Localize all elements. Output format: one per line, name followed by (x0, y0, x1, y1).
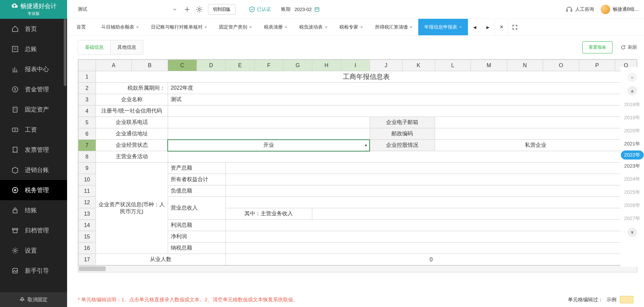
close-icon[interactable]: × (360, 25, 363, 30)
tab-home[interactable]: 首页 (67, 19, 95, 35)
sidebar-item-tax[interactable]: 税务管理 (0, 180, 67, 200)
org-dropdown[interactable]: 测试 (74, 3, 181, 15)
subtab-other[interactable]: 其他信息 (110, 40, 143, 54)
cell-label[interactable]: 纳税总额 (168, 243, 225, 254)
tab-aux-balance[interactable]: 斗目辅助余额表× (95, 19, 145, 35)
close-icon[interactable]: × (285, 25, 287, 30)
cell-value[interactable]: 测试 (168, 94, 637, 105)
year-item[interactable]: 2019年 (621, 111, 644, 124)
cell-value[interactable] (168, 128, 370, 140)
cell-group-label[interactable]: 企业资产状况信息(币种：人民币万元) (96, 163, 168, 254)
close-icon[interactable]: × (325, 25, 327, 30)
year-next[interactable]: ▼ (628, 228, 637, 237)
cell-value[interactable] (225, 174, 637, 185)
user-name[interactable]: 畅捷通B组... (613, 6, 639, 12)
tab-tax-list[interactable]: 税表清册× (258, 19, 293, 35)
row-header[interactable]: 6 (78, 128, 96, 140)
cell-label[interactable]: 营业总收入 (168, 197, 225, 220)
corner-cell[interactable] (78, 60, 96, 71)
cell-label[interactable]: 企业名称 (96, 94, 168, 105)
sidebar-scrollbar[interactable] (64, 19, 66, 86)
col-header[interactable]: M (471, 60, 507, 71)
reset-button[interactable]: 重置报表 (582, 41, 612, 53)
unpin-button[interactable]: 取消固定 (0, 292, 67, 307)
tab-asset-category[interactable]: 固定资产类别× (213, 19, 258, 35)
sidebar-item-archive[interactable]: 归档管理 (0, 220, 67, 240)
cell-value[interactable] (312, 208, 637, 220)
tab-bank-recon[interactable]: 日记账与银行对账单核对× (145, 19, 213, 35)
row-header[interactable]: 10 (78, 174, 96, 185)
cell-value[interactable] (225, 243, 637, 254)
cell-label[interactable]: 企业电子邮箱 (370, 117, 435, 128)
row-header[interactable]: 15 (78, 231, 96, 243)
cell-value[interactable]: 0 (225, 254, 637, 265)
col-header[interactable]: O (543, 60, 579, 71)
row-header[interactable]: 7 (78, 140, 96, 151)
close-icon[interactable]: × (249, 25, 252, 30)
row-header[interactable]: 5 (78, 117, 96, 128)
sidebar-item-settings[interactable]: 设置 (0, 240, 67, 261)
settings-icon[interactable] (193, 3, 205, 15)
col-header[interactable]: A (96, 60, 132, 71)
cell-label[interactable]: 从业人数 (96, 254, 225, 265)
col-header[interactable]: F (254, 60, 283, 71)
col-header[interactable]: G (283, 60, 312, 71)
close-icon[interactable]: × (205, 25, 207, 30)
cell-value[interactable] (225, 220, 637, 231)
close-icon[interactable]: × (410, 25, 413, 30)
cell-label[interactable]: 注册号/统一社会信用代码 (96, 105, 168, 117)
row-header[interactable]: 9 (78, 163, 96, 174)
tabs-prev[interactable]: ◂ (468, 19, 481, 35)
col-header[interactable]: D (197, 60, 225, 71)
cell-label[interactable]: 主营业务活动 (96, 151, 168, 163)
subtab-basic[interactable]: 基础信息 (78, 40, 110, 54)
row-header[interactable]: 17 (78, 254, 96, 265)
year-item[interactable]: 2020年 (621, 124, 644, 137)
sidebar-item-close[interactable]: 结账 (0, 200, 67, 220)
row-header[interactable]: 8 (78, 151, 96, 163)
sidebar-item-home[interactable]: 首页 (0, 19, 67, 39)
horizontal-scrollbar[interactable] (78, 266, 637, 272)
tabs-next[interactable]: ▸ (481, 19, 495, 35)
cell-label[interactable]: 资产总额 (168, 163, 225, 174)
row-header[interactable]: 3 (78, 94, 96, 105)
cell-label[interactable]: 负债总额 (168, 185, 225, 197)
year-item[interactable]: 2024年 (621, 173, 644, 186)
tabs-close-all[interactable]: × (495, 19, 508, 35)
sidebar-item-reports[interactable]: 报表中心 (0, 59, 67, 79)
add-button[interactable] (181, 3, 193, 15)
cell-label[interactable]: 净利润 (168, 231, 225, 243)
cell-dropdown[interactable]: 开业 (168, 140, 370, 151)
cell-value[interactable] (435, 117, 637, 128)
col-header[interactable]: C (168, 60, 197, 71)
tab-annual-report[interactable]: 年报信息申报表× (418, 19, 468, 35)
sidebar-item-invoice[interactable]: 发票管理 (0, 140, 67, 160)
switch-old-button[interactable]: 切到旧版 (208, 4, 235, 15)
sidebar-item-salary[interactable]: 工资 (0, 120, 67, 140)
cell-value[interactable] (435, 128, 637, 140)
avatar[interactable] (601, 5, 610, 14)
cell-label[interactable]: 利润总额 (168, 220, 225, 231)
sidebar-item-ledger[interactable]: 总账 (0, 39, 67, 59)
cell-label[interactable]: 企业经营状态 (96, 140, 168, 151)
cell-label[interactable]: 税款所属期间： (96, 83, 168, 94)
refresh-button[interactable]: 刷新 (621, 44, 637, 50)
year-item[interactable]: 2027年 (621, 212, 644, 225)
year-item-active[interactable]: 2022年 (621, 150, 644, 160)
tab-income-tax[interactable]: 所得税汇算清缴× (369, 19, 419, 35)
row-header[interactable]: 2 (78, 83, 96, 94)
sidebar-item-assets[interactable]: 固定资产 (0, 99, 67, 120)
row-header[interactable]: 16 (78, 243, 96, 254)
year-item[interactable]: 2026年 (621, 199, 644, 212)
cell-value[interactable] (225, 231, 637, 243)
col-header[interactable]: L (435, 60, 471, 71)
fullscreen-button[interactable] (508, 19, 522, 35)
year-collapse[interactable]: » (628, 73, 637, 82)
year-item[interactable]: 2018年 (621, 98, 644, 111)
col-header[interactable]: P (579, 60, 615, 71)
year-prev[interactable]: ▲ (628, 86, 637, 95)
col-header[interactable]: I (341, 60, 370, 71)
col-header[interactable]: B (132, 60, 168, 71)
year-item[interactable]: 2025年 (621, 186, 644, 199)
tab-tax-fluct[interactable]: 税负波动表× (293, 19, 333, 35)
